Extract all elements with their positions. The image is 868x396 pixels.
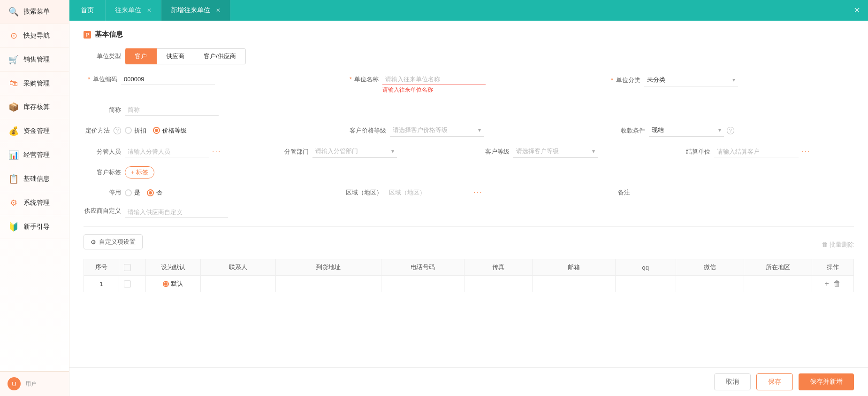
short-name-field: 简称 [84,104,854,116]
sidebar-item-quicknav[interactable]: ⊙ 快捷导航 [0,24,69,48]
customer-level-label: 客户等级 [476,148,510,156]
tab-trading-units[interactable]: 往来单位 ✕ [106,0,161,21]
sidebar-item-newbie[interactable]: 🔰 新手引导 [0,215,69,239]
add-tag-button[interactable]: + 标签 [125,166,154,179]
supplier-custom-input[interactable] [125,207,228,218]
sidebar-item-sales[interactable]: 🛒 销售管理 [0,48,69,72]
payment-label: 收款条件 [611,126,645,135]
category-label: * 单位分类 [607,76,640,85]
disable-no-radio[interactable] [147,189,154,196]
sidebar-item-basicinfo[interactable]: 📋 基础信息 [0,167,69,191]
add-row-button[interactable]: + [824,280,829,287]
pricing-discount-radio[interactable] [125,127,132,134]
sidebar-item-search[interactable]: 🔍 搜索菜单 [0,0,69,24]
tab-home[interactable]: 首页 [69,0,106,21]
dept-select[interactable]: 请输入分管部门 ▾ [312,145,397,158]
batch-delete-btn[interactable]: 🗑 批量删除 [822,241,854,249]
settlement-more-icon[interactable]: ··· [801,148,810,156]
table-row: 1 默认 [84,276,854,292]
pricing-help-icon[interactable]: ? [114,127,121,134]
payment-help-icon[interactable]: ? [727,127,734,134]
pricing-price-level[interactable]: 价格等级 [153,126,187,135]
cart-icon: 🛒 [8,54,19,65]
region-cell-input[interactable] [761,280,794,287]
remark-input[interactable] [634,187,765,198]
contact-input[interactable] [219,280,257,287]
select-all-checkbox[interactable] [124,264,131,271]
unit-type-group: 客户 供应商 客户/供应商 [125,48,246,64]
pricing-discount[interactable]: 折扣 [125,126,146,135]
default-radio[interactable] [163,281,169,287]
sidebar-item-inventory[interactable]: 📦 库存核算 [0,95,69,119]
cell-region[interactable] [744,276,812,292]
save-new-button[interactable]: 保存并新增 [799,373,854,390]
customer-level-select[interactable]: 请选择客户等级 ▾ [513,145,598,158]
save-button[interactable]: 保存 [756,373,793,390]
settings-icon: ⚙ [91,239,96,246]
settlement-input[interactable] [714,146,799,157]
sidebar-item-operations[interactable]: 📊 经营管理 [0,143,69,167]
customer-price-select[interactable]: 请选择客户价格等级 ▾ [390,124,484,137]
tab-new-trading-unit[interactable]: 新增往来单位 ✕ [161,0,230,21]
code-input[interactable] [121,74,215,85]
remark-field: 备注 [607,187,854,198]
cell-qq[interactable] [615,276,676,292]
manager-more-icon[interactable]: ··· [212,148,221,156]
unit-type-both[interactable]: 客户/供应商 [194,48,246,64]
region-more-icon[interactable]: ··· [473,188,482,197]
pricing-label: 定价方法 ? [84,126,121,135]
col-wechat: 微信 [676,259,744,276]
unit-type-supplier[interactable]: 供应商 [157,48,194,64]
guide-icon: 🔰 [8,222,19,232]
category-select[interactable]: 未分类 ▾ [644,74,738,86]
cell-fax[interactable] [464,276,532,292]
disable-radio-group: 是 否 [125,188,162,197]
qq-input[interactable] [632,280,660,287]
main-content: 首页 往来单位 ✕ 新增往来单位 ✕ ✕ P 基本信息 单位类型 客户 供应商 … [69,0,868,396]
cell-phone[interactable] [381,276,464,292]
name-input[interactable] [382,74,486,85]
sidebar-item-purchase[interactable]: 🛍 采购管理 [0,72,69,95]
tab-bar-close-button[interactable]: ✕ [846,5,868,16]
del-row-button[interactable]: 🗑 [833,280,841,287]
address-input[interactable] [300,280,357,287]
phone-input[interactable] [402,280,444,287]
region-input[interactable] [386,187,471,198]
email-input[interactable] [553,280,595,287]
pricing-price-level-radio[interactable] [153,127,160,134]
col-phone: 电话号码 [381,259,464,276]
col-default: 设为默认 [146,259,200,276]
disable-yes[interactable]: 是 [125,188,140,197]
wechat-input[interactable] [693,280,726,287]
row-checkbox[interactable] [124,280,131,287]
manager-field: 分管人员 ··· [84,146,261,157]
cell-address[interactable] [276,276,381,292]
sidebar-item-finance[interactable]: 💰 资金管理 [0,119,69,143]
customer-price-label: 客户价格等级 [345,126,386,135]
settlement-label: 结算单位 [677,148,710,156]
payment-select[interactable]: 现结 ▾ [649,124,724,137]
unit-type-customer[interactable]: 客户 [125,48,157,64]
manager-input[interactable] [125,146,209,157]
cell-index: 1 [84,276,119,292]
disable-yes-radio[interactable] [125,189,132,196]
customer-level-field: 客户等级 请选择客户等级 ▾ [476,145,653,158]
short-name-input[interactable] [125,104,219,116]
close-tab-trading-units-icon[interactable]: ✕ [147,7,152,14]
disable-no[interactable]: 否 [147,188,162,197]
cell-wechat[interactable] [676,276,744,292]
cell-checkbox [119,276,145,292]
close-tab-new-trading-unit-icon[interactable]: ✕ [216,7,221,14]
name-error-msg: 请输入往来单位名称 [382,86,433,94]
sidebar-bottom: U 用户 [0,371,69,396]
bottom-bar: 取消 保存 保存并新增 [69,367,868,396]
sidebar-item-system[interactable]: ⚙ 系统管理 [0,191,69,215]
custom-settings-button[interactable]: ⚙ 自定义项设置 [84,234,143,249]
disable-field: 停用 是 否 [84,188,331,197]
pricing-radio-group: 折扣 价格等级 [125,126,187,135]
cell-contact[interactable] [200,276,276,292]
cell-email[interactable] [532,276,615,292]
list-icon: 📋 [8,174,19,184]
cancel-button[interactable]: 取消 [714,373,751,390]
fax-input[interactable] [482,280,515,287]
